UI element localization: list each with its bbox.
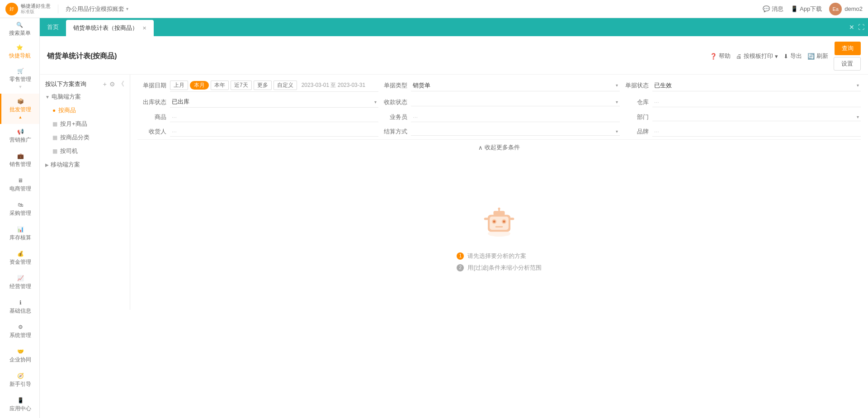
- scheme-collapse-button[interactable]: 《: [118, 80, 124, 88]
- sidebar-item-finance[interactable]: 💰 资金管理: [0, 246, 39, 271]
- filter-row-4: 收货人 ··· 结算方式: [137, 127, 861, 137]
- sidebar-item-purchase[interactable]: 🛍 采购管理: [0, 197, 39, 222]
- scheme-title: 按以下方案查询: [45, 80, 86, 88]
- sidebar-quick-nav[interactable]: ⭐ 快捷导航: [0, 41, 39, 63]
- order-type-arrow: ▾: [616, 83, 618, 88]
- date-7days-button[interactable]: 近7天: [231, 81, 252, 90]
- filter-product-cell: 商品 ···: [137, 112, 378, 122]
- date-custom-button[interactable]: 自定义: [274, 81, 297, 90]
- product-input[interactable]: ···: [170, 112, 378, 122]
- ecommerce-label: 电商管理: [9, 185, 31, 193]
- order-status-select[interactable]: 已生效 ▾: [652, 80, 861, 91]
- date-this-month-button[interactable]: 本月: [190, 81, 209, 90]
- sidebar-item-wholesale[interactable]: 📦 批发管理 ▲: [0, 94, 39, 124]
- content-area: 首页 销货单统计表（按商品） ✕ ✕ ⛶ 销货单统计表(按商品) ❓: [40, 18, 868, 418]
- filter-settlement-cell: 结算方式 ▾: [378, 128, 619, 136]
- sales-stat-tab-label: 销货单统计表（按商品）: [73, 24, 138, 32]
- salesperson-input[interactable]: ···: [411, 112, 619, 122]
- finance-label: 资金管理: [9, 258, 31, 266]
- order-type-select[interactable]: 销货单 ▾: [411, 80, 619, 91]
- app-download-button[interactable]: 📱 App下载: [791, 5, 822, 13]
- scheme-add-button[interactable]: +: [103, 81, 107, 88]
- filter-row-1: 单据日期 上月 本月 本年 近7天 更多 自定义 2023-03-01 至 20…: [137, 79, 861, 92]
- sidebar-item-marketing[interactable]: 📢 营销推广: [0, 124, 39, 148]
- tab-sales-stat[interactable]: 销货单统计表（按商品） ✕: [66, 20, 154, 36]
- system-icon: ⚙: [18, 324, 23, 330]
- tab-maximize-button[interactable]: ⛶: [858, 24, 864, 31]
- sidebar-item-retail[interactable]: 🛒 零售管理 ▼: [0, 63, 39, 94]
- message-icon: 💬: [763, 5, 770, 12]
- receiver-value: ···: [172, 128, 177, 135]
- tab-close-window-button[interactable]: ✕: [849, 24, 854, 31]
- scheme-item-by-product[interactable]: ● 按商品: [40, 104, 130, 117]
- top-bar-left: 好 畅捷通好生意 标准版 办公用品行业模拟账套 ▾: [5, 3, 128, 15]
- template-print-label: 按模板打印: [744, 52, 773, 60]
- date-last-month-button[interactable]: 上月: [170, 81, 188, 90]
- sidebar-item-basic[interactable]: ℹ 基础信息: [0, 295, 39, 319]
- action-buttons: 查询 设置: [834, 42, 861, 71]
- svg-point-10: [498, 208, 500, 210]
- by-month-label: 按月+商品: [60, 120, 87, 128]
- sidebar-item-system[interactable]: ⚙ 系统管理: [0, 319, 39, 344]
- wholesale-arrow: ▲: [19, 115, 23, 119]
- scheme-edit-button[interactable]: ⚙: [109, 81, 115, 88]
- user-area[interactable]: Ea demo2: [829, 3, 863, 15]
- retail-arrow: ▼: [19, 85, 23, 89]
- setting-button[interactable]: 设置: [834, 57, 861, 71]
- date-label: 单据日期: [137, 81, 170, 90]
- settlement-select[interactable]: ▾: [411, 128, 619, 136]
- receiver-input[interactable]: ···: [170, 127, 378, 137]
- order-status-label: 单据状态: [620, 81, 652, 90]
- export-icon: ⬇: [783, 53, 788, 60]
- message-button[interactable]: 💬 消息: [763, 5, 783, 13]
- sidebar-item-sales[interactable]: 💼 销售管理: [0, 148, 39, 173]
- empty-state: 1 请先选择要分析的方案 2 用[过滤]条件来缩小分析范围: [130, 160, 868, 310]
- marketing-icon: 📢: [17, 128, 24, 135]
- scheme-header: 按以下方案查询 + ⚙ 《: [40, 78, 130, 90]
- nav-label: 快捷导航: [9, 52, 31, 60]
- sidebar-search[interactable]: 🔍 搜索菜单: [0, 18, 39, 41]
- department-select[interactable]: ▾: [652, 113, 861, 121]
- svg-point-6: [503, 220, 505, 223]
- sales-label: 销售管理: [9, 161, 31, 168]
- scheme-item-by-month-product[interactable]: ▦ 按月+商品: [40, 117, 130, 131]
- apps-label: 应用中心: [9, 405, 31, 413]
- svg-point-5: [493, 220, 495, 223]
- collapse-up-icon: ∧: [478, 144, 483, 151]
- scheme-group-mobile-header[interactable]: ▶ 移动端方案: [40, 158, 130, 171]
- by-product-icon: ●: [52, 107, 56, 114]
- scheme-item-by-product-category[interactable]: ▦ 按商品分类: [40, 131, 130, 144]
- scheme-group-pc-header[interactable]: ▼ 电脑端方案: [40, 90, 130, 104]
- wholesale-label: 批发管理: [9, 106, 31, 114]
- payment-status-select[interactable]: ▾: [411, 98, 619, 106]
- system-label: 系统管理: [9, 332, 31, 339]
- svg-rect-11: [484, 218, 489, 220]
- sidebar-item-inventory[interactable]: 📊 库存核算: [0, 222, 39, 246]
- help-button[interactable]: ❓ 帮助: [710, 52, 731, 60]
- template-print-button[interactable]: 🖨 按模板打印 ▾: [736, 52, 778, 60]
- export-button[interactable]: ⬇ 导出: [783, 52, 802, 60]
- sidebar-item-apps[interactable]: 📱 应用中心: [0, 393, 39, 417]
- filter-warehouse-cell: 仓库 ···: [620, 97, 861, 107]
- scheme-item-by-cashier[interactable]: ▦ 按司机: [40, 144, 130, 158]
- tab-close-button[interactable]: ✕: [142, 25, 146, 31]
- right-content: 单据日期 上月 本月 本年 近7天 更多 自定义 2023-03-01 至 20…: [130, 75, 868, 310]
- date-more-button[interactable]: 更多: [254, 81, 272, 90]
- message-label: 消息: [772, 5, 783, 13]
- by-category-label: 按商品分类: [60, 133, 90, 142]
- warehouse-input[interactable]: ···: [652, 97, 861, 107]
- brand-input[interactable]: ···: [652, 127, 861, 137]
- sidebar-item-enterprise[interactable]: 🤝 企业协同: [0, 344, 39, 368]
- top-bar-right: 💬 消息 📱 App下载 Ea demo2: [763, 3, 863, 15]
- sidebar-item-ecommerce[interactable]: 🖥 电商管理: [0, 173, 39, 197]
- warehouse-status-select[interactable]: 已出库 ▾: [170, 96, 378, 108]
- collapse-filter-button[interactable]: ∧ 收起更多条件: [137, 139, 861, 155]
- tab-home[interactable]: 首页: [40, 18, 66, 36]
- refresh-button[interactable]: 🔄 刷新: [807, 52, 828, 60]
- sidebar-item-guide[interactable]: 🧭 新手引导: [0, 368, 39, 393]
- sidebar-item-operations[interactable]: 📈 经营管理: [0, 271, 39, 295]
- workspace-selector[interactable]: 办公用品行业模拟账套 ▾: [66, 5, 128, 13]
- query-button[interactable]: 查询: [835, 42, 861, 55]
- nav-icon: ⭐: [16, 44, 23, 51]
- date-this-year-button[interactable]: 本年: [211, 81, 229, 90]
